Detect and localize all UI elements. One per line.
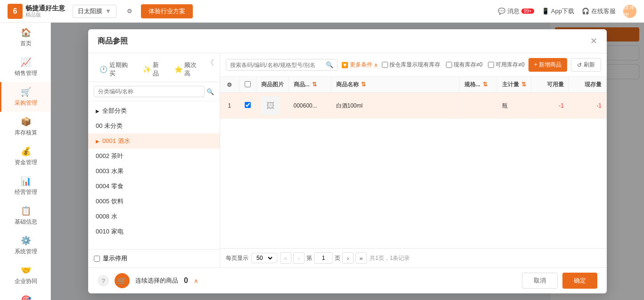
th-unit: 主计量 ⇅ (497, 77, 531, 93)
row-checkbox[interactable] (245, 102, 251, 108)
recent-icon: 🕐 (99, 66, 107, 73)
modal-overlay: 商品参照 ✕ 🕐 近期购买 ✨ 新 (51, 23, 644, 300)
main-layout: 🏠 首页 📈 销售管理 🛒 采购管理 📦 库存核算 💰 资金管理 📊 经营管理 … (0, 23, 644, 300)
sidebar-item-operations[interactable]: 📊 经营管理 (0, 171, 50, 201)
page-number-input[interactable] (314, 252, 333, 264)
current-stock-filter-label[interactable]: 现有库存≠0 (446, 61, 482, 69)
sidebar-item-guide[interactable]: 🎯 新手引导 (0, 290, 50, 300)
modal-body: 🕐 近期购买 ✨ 新品 ⭐ 频次高 (88, 53, 607, 267)
sidebar-item-inventory[interactable]: 📦 库存核算 (0, 112, 50, 142)
warehouse-filter-label[interactable]: 按仓库显示现有库存 (382, 61, 440, 69)
cart-button[interactable]: 🛒 (115, 273, 130, 288)
expand-icon: ▶ (96, 108, 99, 114)
sidebar-item-sales[interactable]: 📈 销售管理 (0, 52, 50, 82)
sidebar-item-basic-info[interactable]: 📋 基础信息 (0, 201, 50, 231)
nav-selector[interactable]: 日太阳膜 ▼ (73, 5, 116, 18)
messages-btn[interactable]: 💬 消息 99+ (498, 7, 534, 16)
display-disabled-checkbox[interactable] (94, 256, 100, 262)
logo-icon: 6 (8, 4, 23, 19)
cat-item-appliances[interactable]: 0010 家电 (88, 224, 220, 239)
experience-btn[interactable]: 体验行业方案 (141, 4, 193, 18)
user-profile-btn[interactable]: 徐泽华 (623, 5, 636, 18)
unit-sort-icon: ⇅ (521, 81, 526, 88)
warehouse-filter-checkbox[interactable] (382, 62, 388, 68)
app-download-btn[interactable]: 📱 App下载 (542, 7, 574, 16)
category-search-icon[interactable]: 🔍 (206, 88, 214, 95)
corp-icon: 🤝 (21, 265, 31, 275)
first-page-btn[interactable]: « (280, 252, 291, 264)
selected-count: 0 (184, 276, 188, 285)
next-page-btn[interactable]: › (342, 252, 354, 264)
last-page-btn[interactable]: » (355, 252, 367, 264)
tab-recent-purchase[interactable]: 🕐 近期购买 (94, 58, 137, 82)
sidebar-item-corp[interactable]: 🤝 企业协同 (0, 260, 50, 290)
cat-item-tea[interactable]: 0002 茶叶 (88, 149, 220, 164)
th-checkbox[interactable] (239, 77, 256, 93)
per-page-select[interactable]: 10 20 50 100 (255, 254, 274, 262)
sidebar-item-purchase[interactable]: 🛒 采购管理 (0, 82, 50, 112)
active-arrow-icon: ▶ (96, 139, 99, 144)
product-reference-modal: 商品参照 ✕ 🕐 近期购买 ✨ 新 (88, 29, 607, 293)
panel-collapse-icon[interactable]: 《 (206, 58, 214, 82)
current-stock-checkbox[interactable] (446, 62, 452, 68)
product-table-wrap: ⚙ 商品图片 (220, 77, 607, 248)
basic-info-icon: 📋 (21, 206, 31, 216)
sidebar-item-finance[interactable]: 💰 资金管理 (0, 142, 50, 171)
th-available: 可用量 (531, 77, 569, 93)
settings-icon[interactable]: ⚙ (122, 4, 137, 19)
spec-sort-icon: ⇅ (483, 81, 487, 88)
row-checkbox-cell[interactable] (239, 93, 256, 119)
display-disabled-label[interactable]: 显示停用 (103, 254, 127, 263)
th-product-name: 商品名称 ⇅ (331, 77, 459, 93)
modal-header: 商品参照 ✕ (88, 29, 607, 53)
cat-item-snacks[interactable]: 0004 零食 (88, 179, 220, 194)
th-settings[interactable]: ⚙ (220, 77, 239, 93)
cat-item-liquor[interactable]: ▶ 0001 酒水 (88, 133, 220, 149)
tab-new-products[interactable]: ✨ 新品 (137, 58, 169, 82)
app-name: 畅捷通好生意 (25, 4, 65, 12)
inventory-icon: 📦 (21, 117, 31, 127)
message-icon: 💬 (498, 8, 505, 15)
toolbar-right: + 新增商品 ↺ 刷新 (528, 58, 601, 72)
available-stock-filter-label[interactable]: 可用库存≠0 (488, 61, 524, 69)
sidebar-item-home[interactable]: 🏠 首页 (0, 23, 50, 52)
category-search-input[interactable] (94, 86, 205, 97)
page-nav: « ‹ 第 页 › » (280, 252, 367, 264)
row-image-cell: 🖼 (256, 93, 289, 119)
per-page-label: 每页显示 (226, 254, 248, 262)
cat-item-water[interactable]: 0008 水 (88, 209, 220, 224)
confirm-button[interactable]: 确定 (562, 273, 597, 289)
more-filters-btn[interactable]: 🔽 更多条件 ∧ (341, 61, 378, 69)
row-available: -1 (531, 93, 569, 119)
phone-icon: 📱 (542, 8, 549, 15)
add-product-btn[interactable]: + 新增商品 (528, 58, 567, 72)
cat-item-drinks[interactable]: 0005 饮料 (88, 194, 220, 209)
cat-item-all[interactable]: ▶ 全部分类 (88, 103, 220, 118)
logo-text: 畅捷通好生意 精品版 (25, 4, 65, 18)
refresh-product-btn[interactable]: ↺ 刷新 (571, 58, 601, 72)
cancel-button[interactable]: 取消 (522, 273, 558, 289)
product-search-icon[interactable]: 🔍 (326, 61, 333, 68)
online-service-btn[interactable]: 🎧 在线客服 (582, 7, 616, 16)
prev-page-btn[interactable]: ‹ (293, 252, 305, 264)
product-search-input[interactable] (230, 62, 326, 68)
page-total-info: 共1页，1条记录 (370, 254, 410, 262)
tab-high-frequency[interactable]: ⭐ 频次高 (169, 58, 206, 82)
available-stock-checkbox[interactable] (488, 62, 494, 68)
headset-icon: 🎧 (582, 8, 589, 15)
row-spec (459, 93, 497, 119)
footer-collapse-btn[interactable]: ∧ (194, 277, 198, 284)
settings-col-icon: ⚙ (227, 82, 232, 88)
select-all-checkbox[interactable] (245, 81, 251, 87)
right-product-panel: 🔍 🔽 更多条件 ∧ 按仓库显示现有库存 (220, 53, 607, 267)
table-row[interactable]: 1 🖼 000600... 白酒100ml (220, 93, 607, 119)
modal-close-button[interactable]: ✕ (590, 36, 597, 46)
cat-item-fruit[interactable]: 0003 水果 (88, 164, 220, 179)
new-icon: ✨ (143, 66, 151, 73)
cat-item-unclassified[interactable]: 00 未分类 (88, 118, 220, 133)
sidebar-item-system[interactable]: ⚙️ 系统管理 (0, 231, 50, 260)
help-icon[interactable]: ? (98, 275, 109, 286)
per-page-select-wrap: 10 20 50 100 (251, 253, 277, 263)
avatar: 徐泽华 (623, 5, 636, 18)
product-search-wrap: 🔍 (226, 59, 338, 71)
